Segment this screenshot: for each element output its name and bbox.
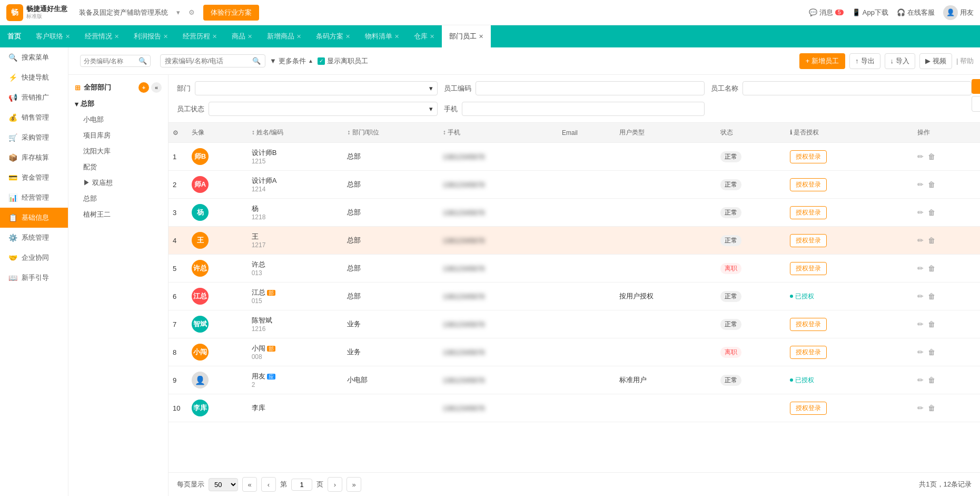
tab-profit[interactable]: 利润报告 ✕: [126, 25, 175, 47]
sidebar-item-cooperation[interactable]: 🤝 企业协同: [0, 248, 68, 268]
show-resigned-toggle[interactable]: ✓ 显示离职员工: [318, 56, 368, 66]
edit-icon[interactable]: ✏: [917, 348, 924, 356]
sidebar-item-purchase[interactable]: 🛒 采购管理: [0, 128, 68, 148]
sidebar-item-sales[interactable]: 💰 销售管理: [0, 108, 68, 128]
next-page-btn[interactable]: ›: [328, 477, 342, 492]
close-icon[interactable]: ✕: [163, 33, 168, 40]
first-page-btn[interactable]: «: [242, 477, 257, 492]
edit-icon[interactable]: ✏: [917, 236, 924, 245]
tab-new-product[interactable]: 新增商品 ✕: [260, 25, 309, 47]
last-page-btn[interactable]: »: [347, 477, 361, 492]
delete-icon[interactable]: 🗑: [928, 320, 935, 328]
page-size-select[interactable]: 50 20 100: [209, 478, 238, 491]
tab-home[interactable]: 首页: [0, 25, 28, 47]
dept-search-box[interactable]: 🔍: [80, 55, 151, 67]
tab-dept-employee[interactable]: 部门员工 ✕: [442, 25, 491, 47]
dept-select[interactable]: ▾: [195, 81, 438, 95]
auth-button[interactable]: 授权登录: [790, 150, 827, 163]
edit-icon[interactable]: ✏: [917, 320, 924, 328]
delete-icon[interactable]: 🗑: [928, 236, 935, 245]
close-icon[interactable]: ✕: [430, 33, 434, 40]
settings-icon[interactable]: ⚙: [184, 5, 199, 20]
dept-item-project[interactable]: 项目库房: [68, 128, 168, 143]
tab-barcode[interactable]: 条码方案 ✕: [309, 25, 358, 47]
online-service-btn[interactable]: 🎧 在线客服: [897, 8, 935, 17]
dept-add-icon[interactable]: +: [138, 82, 149, 93]
auth-button[interactable]: 授权登录: [790, 178, 827, 191]
close-icon[interactable]: ✕: [345, 33, 350, 40]
col-settings[interactable]: ⚙: [169, 123, 187, 143]
delete-icon[interactable]: 🗑: [928, 152, 935, 161]
tab-customer[interactable]: 客户联络 ✕: [28, 25, 77, 47]
close-icon[interactable]: ✕: [394, 33, 399, 40]
employee-search-box[interactable]: 🔍: [160, 54, 265, 67]
tab-history[interactable]: 经营历程 ✕: [175, 25, 224, 47]
status-select[interactable]: ▾: [209, 102, 438, 116]
delete-icon[interactable]: 🗑: [928, 292, 935, 300]
col-phone[interactable]: ↕ 手机: [439, 123, 558, 143]
col-name-code[interactable]: ↕ 姓名/编码: [248, 123, 343, 143]
auth-button[interactable]: 授权登录: [790, 346, 827, 359]
edit-icon[interactable]: ✏: [917, 208, 924, 217]
tab-warehouse[interactable]: 仓库 ✕: [407, 25, 442, 47]
auth-button[interactable]: 授权登录: [790, 234, 827, 247]
delete-icon[interactable]: 🗑: [928, 348, 935, 356]
close-icon[interactable]: ✕: [114, 33, 119, 40]
edit-icon[interactable]: ✏: [917, 404, 924, 412]
sidebar-item-management[interactable]: 📊 经营管理: [0, 188, 68, 208]
employee-search-input[interactable]: [165, 57, 249, 65]
tab-product[interactable]: 商品 ✕: [224, 25, 260, 47]
dept-item-shenyang[interactable]: 沈阳大库: [68, 143, 168, 159]
page-number-input[interactable]: [291, 479, 312, 491]
sidebar-item-basic[interactable]: 📋 基础信息: [0, 208, 68, 228]
search-button[interactable]: 查询: [972, 79, 980, 94]
edit-icon[interactable]: ✏: [917, 376, 924, 384]
dept-item-delivery[interactable]: 配货: [68, 159, 168, 175]
dept-item-plant[interactable]: 植树王二: [68, 207, 168, 222]
close-icon[interactable]: ✕: [65, 33, 70, 40]
close-icon[interactable]: ✕: [296, 33, 301, 40]
collapse-arrow[interactable]: ▾: [75, 100, 78, 108]
delete-icon[interactable]: 🗑: [928, 180, 935, 189]
setting-button[interactable]: 设置: [972, 96, 980, 112]
edit-icon[interactable]: ✏: [917, 152, 924, 161]
trial-button[interactable]: 体验行业方案: [203, 5, 259, 21]
delete-icon[interactable]: 🗑: [928, 404, 935, 412]
more-options-icon[interactable]: | 帮助: [956, 56, 974, 66]
sidebar-item-marketing[interactable]: 📢 营销推广: [0, 87, 68, 108]
prev-page-btn[interactable]: ‹: [261, 477, 276, 492]
dept-search-input[interactable]: [84, 57, 136, 65]
emp-name-input[interactable]: [743, 81, 972, 95]
close-icon[interactable]: ✕: [248, 33, 252, 40]
close-icon[interactable]: ✕: [212, 33, 217, 40]
sidebar-item-inventory[interactable]: 📦 库存核算: [0, 148, 68, 168]
delete-icon[interactable]: 🗑: [928, 376, 935, 384]
emp-code-input[interactable]: [476, 81, 705, 95]
dept-item-shuangmiao[interactable]: ▶ 双庙想: [68, 175, 168, 191]
app-download-btn[interactable]: 📱 App下载: [852, 8, 888, 17]
export-button[interactable]: ↑ 导出: [849, 53, 880, 69]
dept-item-hq[interactable]: 总部: [68, 191, 168, 207]
user-area[interactable]: 👤 用友: [943, 5, 974, 20]
auth-button[interactable]: 授权登录: [790, 206, 827, 219]
dept-collapse-icon[interactable]: «: [151, 82, 162, 93]
phone-input[interactable]: [462, 102, 705, 116]
video-button[interactable]: ▶ 视频: [919, 53, 952, 69]
more-filter-btn[interactable]: ▼ 更多条件 ▲: [270, 56, 313, 66]
delete-icon[interactable]: 🗑: [928, 208, 935, 217]
auth-button[interactable]: 授权登录: [790, 402, 827, 415]
message-btn[interactable]: 💬 消息 5: [809, 8, 844, 17]
add-employee-button[interactable]: + 新增员工: [799, 53, 845, 69]
sidebar-item-finance[interactable]: 💳 资金管理: [0, 168, 68, 188]
title-dropdown-icon[interactable]: ▾: [176, 8, 180, 16]
edit-icon[interactable]: ✏: [917, 292, 924, 300]
tab-operation[interactable]: 经营情况 ✕: [77, 25, 126, 47]
auth-button[interactable]: 授权登录: [790, 262, 827, 275]
col-dept-position[interactable]: ↕ 部门/职位: [343, 123, 439, 143]
tab-bom[interactable]: 物料清单 ✕: [358, 25, 407, 47]
sidebar-item-guide[interactable]: 📖 新手引导: [0, 268, 68, 288]
import-button[interactable]: ↓ 导入: [885, 53, 916, 69]
dept-item-small-elec[interactable]: 小电部: [68, 112, 168, 128]
sidebar-item-system[interactable]: ⚙️ 系统管理: [0, 228, 68, 248]
edit-icon[interactable]: ✏: [917, 180, 924, 189]
